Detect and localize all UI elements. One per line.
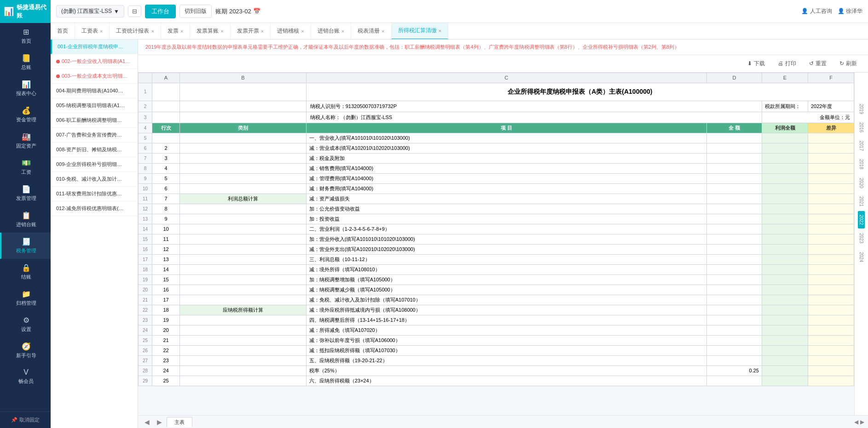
left-panel-item-003[interactable]: 003-一般企业成本支出明细… [51, 69, 138, 84]
cell-12-A[interactable]: 8 [152, 204, 180, 214]
cell-18-D[interactable] [707, 264, 762, 274]
cell-23-F[interactable] [808, 315, 854, 325]
cell-7-D[interactable] [707, 153, 762, 163]
cell-11-F[interactable] [808, 194, 854, 204]
download-button[interactable]: ⬇ 下载 [744, 58, 769, 69]
cell-15-A[interactable]: 11 [152, 234, 180, 244]
print-button[interactable]: 🖨 打印 [774, 58, 800, 69]
tab-sales-check[interactable]: 进销稽核 × [271, 23, 311, 40]
left-panel-item-004[interactable]: 004-期间费用明细表(A1040… [51, 84, 138, 98]
cell-9-C[interactable]: 减：管理费用(填写A104000) [306, 173, 706, 183]
cell-15-B[interactable] [180, 234, 307, 244]
cell-18-B[interactable] [180, 264, 307, 274]
tab-sales-ledger[interactable]: 进销台账 × [311, 23, 351, 40]
left-panel-item-011[interactable]: 011-研发费用加计扣除优惠… [51, 187, 138, 201]
tab-close-invoice-calc[interactable]: × [220, 29, 223, 34]
cell-19-A[interactable]: 15 [152, 274, 180, 285]
sidebar-item-reports[interactable]: 📊报表中心 [0, 75, 51, 102]
year-item-2023[interactable]: 2023 [858, 229, 865, 247]
sidebar-item-settings[interactable]: ⚙设置 [0, 311, 51, 337]
cell-15-C[interactable]: 加：营业外收入(填写A101010\101020\103000) [306, 234, 706, 244]
sidebar-item-sales[interactable]: 📋进销台账 [0, 206, 51, 233]
cell-28-E[interactable] [762, 365, 808, 376]
tab-close-invoice-mgr[interactable]: × [180, 29, 183, 34]
tab-close-tax-clear[interactable]: × [382, 29, 384, 34]
cell-29-A[interactable]: 25 [152, 376, 180, 386]
left-panel-item-007[interactable]: 007-广告费和业务宣传费跨… [51, 128, 138, 143]
sidebar-item-invoice[interactable]: 📄发票管理 [0, 180, 51, 206]
cell-22-F[interactable] [808, 305, 854, 315]
cell-17-F[interactable] [808, 254, 854, 264]
cell-14-F[interactable] [808, 224, 854, 234]
cell-28-F[interactable] [808, 365, 854, 376]
cell-21-C[interactable]: 减：免税、减计收入及加计扣除（填写A107010） [306, 295, 706, 305]
cell-12-C[interactable]: 加：公允价值变动收益 [306, 204, 706, 214]
cell-6-D[interactable] [707, 143, 762, 153]
cell-8-F[interactable] [808, 163, 854, 173]
cell-14-E[interactable] [762, 224, 808, 234]
sidebar-item-tax[interactable]: 🧾税务管理 [0, 233, 51, 259]
cell-8-C[interactable]: 减：销售费用(填写A104000) [306, 163, 706, 173]
cell-24-E[interactable] [762, 325, 808, 335]
cell-23-B[interactable] [180, 315, 307, 325]
scroll-right-icon[interactable]: ▶ [860, 419, 864, 425]
cell-10-E[interactable] [762, 183, 808, 194]
cell-10-B[interactable] [180, 183, 307, 194]
cell-19-C[interactable]: 加：纳税调整增加额（填写A105000） [306, 274, 706, 285]
tab-payroll-stats[interactable]: 工资统计报表 × [110, 23, 161, 40]
cell-12-B[interactable] [180, 204, 307, 214]
cell-11-D[interactable] [707, 194, 762, 204]
cell-17-D[interactable] [707, 254, 762, 264]
user-label[interactable]: 👤 徐泽华 [838, 7, 862, 15]
cell-26-D[interactable] [707, 345, 762, 355]
cell-12-D[interactable] [707, 204, 762, 214]
cell-22-D[interactable] [707, 305, 762, 315]
cell-9-D[interactable] [707, 173, 762, 183]
cell-29-D[interactable] [707, 376, 762, 386]
year-item-2021[interactable]: 2021 [858, 193, 865, 210]
left-panel-item-001[interactable]: 001-企业所得税年度纳税申… [51, 40, 138, 54]
cell-24-C[interactable]: 减：所得减免（填写A107020） [306, 325, 706, 335]
tab-tax-clear[interactable]: 税表清册 × [351, 23, 391, 40]
sheet-tab-main[interactable]: 主表 [167, 417, 192, 427]
cell-8-E[interactable] [762, 163, 808, 173]
sidebar-item-close[interactable]: 🔒结账 [0, 259, 51, 285]
cell-6-A[interactable]: 2 [152, 143, 180, 153]
cell-21-A[interactable]: 17 [152, 295, 180, 305]
cell-10-F[interactable] [808, 183, 854, 194]
cell-29-B[interactable] [180, 376, 307, 386]
cell-1-B[interactable] [180, 83, 307, 101]
cell-13-A[interactable]: 9 [152, 214, 180, 224]
cell-26-F[interactable] [808, 345, 854, 355]
cell-2-A[interactable] [152, 101, 180, 112]
print-icon-button[interactable]: ⊟ [128, 6, 141, 17]
cell-15-E[interactable] [762, 234, 808, 244]
refresh-button[interactable]: ↻ 刷新 [836, 58, 861, 69]
tab-close-income-tax[interactable]: × [439, 28, 441, 34]
cell-25-C[interactable]: 减：弥补以前年度亏损（填写A106000） [306, 335, 706, 345]
cell-21-D[interactable] [707, 295, 762, 305]
cell-6-E[interactable] [762, 143, 808, 153]
cell-1-A[interactable] [152, 83, 180, 101]
cell-14-B[interactable] [180, 224, 307, 234]
cell-20-B[interactable] [180, 285, 307, 295]
cell-9-B[interactable] [180, 173, 307, 183]
cell-6-C[interactable]: 减：营业成本(填写A102010\102020\103000) [306, 143, 706, 153]
cell-26-E[interactable] [762, 345, 808, 355]
year-item-2019[interactable]: 2019 [858, 100, 865, 118]
tab-invoice-calc[interactable]: 发票算账 × [190, 23, 230, 40]
cell-2-B[interactable] [180, 101, 307, 112]
cell-19-D[interactable] [707, 274, 762, 285]
service-label[interactable]: 👤 人工咨询 [801, 7, 832, 15]
cell-17-C[interactable]: 三、利润总额（10-11-12） [306, 254, 706, 264]
cell-18-C[interactable]: 减：境外所得（填写A108010） [306, 264, 706, 274]
cell-24-B[interactable] [180, 325, 307, 335]
cell-5-E[interactable] [762, 133, 808, 143]
cell-5-A[interactable] [152, 133, 180, 143]
cell-28-B[interactable] [180, 365, 307, 376]
sidebar-item-assets[interactable]: 🏭固定资产 [0, 128, 51, 154]
tab-income-tax[interactable]: 所得税汇算清缴 × [392, 23, 448, 40]
tab-close-sales-check[interactable]: × [301, 29, 304, 34]
cell-21-E[interactable] [762, 295, 808, 305]
cell-25-B[interactable] [180, 335, 307, 345]
